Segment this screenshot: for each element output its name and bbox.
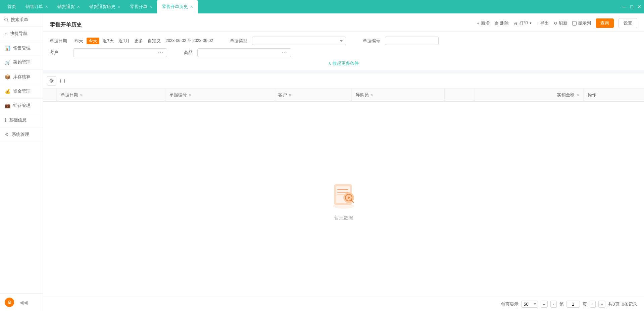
goods-dots[interactable]: ··· <box>282 50 288 56</box>
svg-point-2 <box>51 80 53 82</box>
sidebar-item-purchase[interactable]: 🛒 采购管理 <box>0 55 43 70</box>
sidebar-search[interactable]: 搜索采单 <box>0 13 43 27</box>
tab-retail-open[interactable]: 零售开单 ✕ <box>125 0 157 13</box>
settings-page-button[interactable]: 设置 <box>618 18 637 28</box>
settings-icon: ⚙ <box>5 132 9 137</box>
window-controls: — □ ✕ <box>622 4 641 9</box>
empty-text: 暂无数据 <box>334 215 353 221</box>
type-filter-label: 单据类型 <box>230 38 247 44</box>
customer-filter-input[interactable]: ··· <box>73 48 167 57</box>
number-filter-label: 单据编号 <box>363 38 380 44</box>
minimize-button[interactable]: — <box>622 4 627 9</box>
date-opt-today[interactable]: 今天 <box>87 38 99 44</box>
tab-bar: 首页 销售订单 ✕ 销货退货 ✕ 销货退货历史 ✕ 零售开单 ✕ 零售开单历史 … <box>0 0 644 13</box>
money-icon: 💰 <box>5 89 10 94</box>
filter-row-customer: 客户 ··· 商品 ··· <box>50 48 637 57</box>
date-opt-1month[interactable]: 近1月 <box>117 38 131 44</box>
sidebar-item-inventory[interactable]: 📦 库存核算 <box>0 70 43 84</box>
date-opt-more[interactable]: 更多 <box>133 38 144 44</box>
sort-icon: ⇅ <box>370 93 373 97</box>
briefcase-icon: 💼 <box>5 103 10 108</box>
page-label-after: 页 <box>583 301 587 307</box>
th-customer[interactable]: 客户 ⇅ <box>274 89 351 102</box>
display-cols-checkbox[interactable] <box>572 21 577 25</box>
sidebar-item-label: 采购管理 <box>13 59 31 65</box>
per-page-label: 每页显示 <box>501 301 518 307</box>
sidebar-item-label: 库存核算 <box>13 74 31 80</box>
filter-area: 单据日期 昨天 今天 近7天 近1月 更多 自定义 2023-06-02 至 2… <box>43 32 644 70</box>
per-page-select[interactable]: 20 50 100 200 <box>521 301 538 308</box>
sidebar-footer: ⚙ ◀◀ <box>0 293 43 311</box>
display-cols-button[interactable]: 显示列 <box>572 20 591 26</box>
type-filter-select[interactable] <box>252 37 346 45</box>
next-page-button[interactable]: › <box>590 301 596 308</box>
table-settings-button[interactable] <box>47 76 56 86</box>
th-amount[interactable]: 实销金额 ⇅ <box>475 89 583 102</box>
close-icon[interactable]: ✕ <box>149 5 152 9</box>
refresh-button[interactable]: ↻ 刷新 <box>554 20 567 26</box>
tab-home[interactable]: 首页 <box>3 0 21 13</box>
export-button[interactable]: ↑ 导出 <box>537 20 549 26</box>
th-salesperson[interactable]: 导购员 ⇅ <box>351 89 445 102</box>
query-button[interactable]: 查询 <box>596 18 614 28</box>
page-number-input[interactable] <box>566 301 580 308</box>
table-container: 单据日期 ⇅ 单据编号 ⇅ 客户 ⇅ 导购员 ⇅ <box>43 73 644 297</box>
collapse-filter-button[interactable]: ∧ 收起更多条件 <box>50 60 637 66</box>
th-number[interactable]: 单据编号 ⇅ <box>165 89 274 102</box>
sidebar-item-system[interactable]: ⚙ 系统管理 <box>0 127 43 142</box>
date-opt-custom[interactable]: 自定义 <box>146 38 162 44</box>
number-filter-input[interactable] <box>385 37 439 45</box>
svg-line-1 <box>7 20 8 21</box>
page-header: 零售开单历史 + 新增 🗑 删除 🖨 打印 ▼ ↑ 导出 <box>43 13 644 32</box>
th-checkbox <box>43 89 56 102</box>
search-icon <box>4 17 9 22</box>
print-button[interactable]: 🖨 打印 ▼ <box>513 20 532 26</box>
date-opt-7days[interactable]: 近7天 <box>101 38 115 44</box>
add-button[interactable]: + 新增 <box>477 20 490 26</box>
th-operation: 操作 <box>583 89 644 102</box>
sidebar-item-sales[interactable]: 📊 销售管理 <box>0 41 43 55</box>
date-range-display: 2023-06-02 至 2023-06-02 <box>165 38 213 44</box>
collapse-sidebar-button[interactable]: ◀◀ <box>19 299 28 306</box>
info-icon: ℹ <box>5 117 6 123</box>
refresh-icon: ↻ <box>554 21 557 26</box>
shopping-icon: 🛒 <box>5 60 10 65</box>
goods-filter-label: 商品 <box>184 50 193 56</box>
close-icon[interactable]: ✕ <box>117 5 120 9</box>
close-icon[interactable]: ✕ <box>190 5 193 9</box>
gear-table-icon <box>49 79 54 83</box>
date-opt-yesterday[interactable]: 昨天 <box>73 38 85 44</box>
delete-button[interactable]: 🗑 删除 <box>494 20 509 26</box>
sidebar-item-label: 销售管理 <box>13 45 31 51</box>
goods-filter-input[interactable]: ··· <box>197 48 291 57</box>
tab-sales-order[interactable]: 销售订单 ✕ <box>21 0 53 13</box>
tab-sales-return-history[interactable]: 销货退货历史 ✕ <box>85 0 125 13</box>
delete-icon: 🗑 <box>494 21 499 26</box>
prev-page-button[interactable]: ‹ <box>550 301 556 308</box>
maximize-button[interactable]: □ <box>631 4 633 9</box>
home-icon: ⌂ <box>5 31 7 36</box>
page-label-before: 第 <box>559 301 564 307</box>
sidebar-item-management[interactable]: 💼 经营管理 <box>0 99 43 113</box>
last-page-button[interactable]: » <box>598 301 605 308</box>
date-options: 昨天 今天 近7天 近1月 更多 自定义 <box>73 38 162 44</box>
select-all-checkbox[interactable] <box>60 79 65 83</box>
pagination: 每页显示 20 50 100 200 « ‹ 第 页 › » 共0页, 0条记录 <box>43 297 644 311</box>
first-page-button[interactable]: « <box>541 301 548 308</box>
tab-retail-open-history[interactable]: 零售开单历史 ✕ <box>157 0 198 13</box>
tab-sales-return[interactable]: 销货退货 ✕ <box>53 0 85 13</box>
sidebar-item-basic-info[interactable]: ℹ 基础信息 <box>0 113 43 127</box>
th-date[interactable]: 单据日期 ⇅ <box>56 89 165 102</box>
gear-button[interactable]: ⚙ <box>5 298 14 307</box>
customer-dots[interactable]: ··· <box>158 50 164 56</box>
sort-icon: ⇅ <box>289 93 291 97</box>
close-icon[interactable]: ✕ <box>45 5 48 9</box>
page-title: 零售开单历史 <box>50 21 82 29</box>
close-icon[interactable]: ✕ <box>77 5 80 9</box>
close-window-button[interactable]: ✕ <box>637 4 641 9</box>
sidebar-item-finance[interactable]: 💰 资金管理 <box>0 84 43 99</box>
add-icon: + <box>477 21 480 26</box>
sidebar-item-label: 经营管理 <box>13 103 31 109</box>
sidebar-item-quick-nav[interactable]: ⌂ 快捷导航 <box>0 27 43 41</box>
print-icon: 🖨 <box>513 21 518 26</box>
